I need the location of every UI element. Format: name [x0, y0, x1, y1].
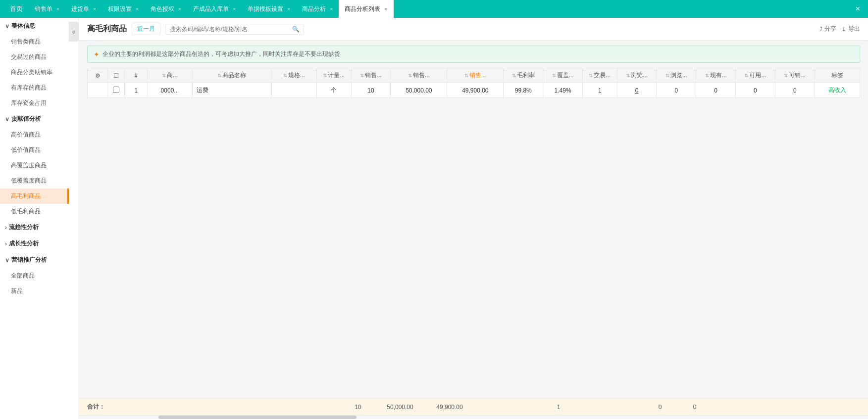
export-icon: ⤓	[841, 26, 846, 33]
nav-template[interactable]: 单据模板设置 ×	[242, 0, 296, 18]
sidebar-item-all-goods[interactable]: 全部商品	[0, 268, 69, 283]
th-gai[interactable]: ⇅覆盖...	[543, 68, 583, 83]
footer-jiao: 1	[544, 404, 573, 411]
cell-check[interactable]	[108, 83, 125, 98]
cell-name: 运费	[193, 83, 272, 98]
cell-lan1[interactable]: 0	[617, 83, 657, 98]
footer-label: 合计：	[87, 403, 105, 411]
sidebar-item-low-value[interactable]: 低价值商品	[0, 142, 69, 158]
sidebar-item-category-assist[interactable]: 商品分类助销率	[0, 65, 69, 80]
nav-close-analysis-list[interactable]: ×	[384, 6, 387, 12]
sidebar-item-new-goods[interactable]: 新品	[0, 283, 69, 299]
nav-close-permissions[interactable]: ×	[136, 6, 139, 12]
th-kx[interactable]: ⇅可销...	[775, 68, 815, 83]
nav-roles[interactable]: 角色授权 ×	[145, 0, 187, 18]
cell-code: 0000...	[147, 83, 192, 98]
sidebar-item-high-margin[interactable]: 高毛利商品	[0, 188, 69, 204]
main-layout: ∨ 整体信息 销售类商品 交易过的商品 商品分类助销率 有库存的商品 库存资金占…	[0, 18, 868, 419]
nav-home[interactable]: 首页	[4, 0, 29, 18]
nav-analysis[interactable]: 商品分析 ×	[296, 0, 339, 18]
sidebar-item-sales-goods[interactable]: 销售类商品	[0, 34, 69, 49]
close-all-button[interactable]: ×	[852, 4, 864, 13]
info-icon: ✦	[94, 50, 100, 58]
th-sale2[interactable]: ⇅销售...	[391, 68, 447, 83]
th-unit[interactable]: ⇅计量...	[316, 68, 351, 83]
nav-inbound[interactable]: 产成品入库单 ×	[187, 0, 242, 18]
th-check[interactable]: ☐	[108, 68, 125, 83]
nav-purchase[interactable]: 进货单 ×	[65, 0, 102, 18]
th-tag[interactable]: 标签	[815, 68, 860, 83]
table-header-row: ⚙ ☐ # ⇅商... ⇅商品名称 ⇅规格... ⇅计量... ⇅销售... ⇅…	[88, 68, 860, 83]
th-num: #	[125, 68, 148, 83]
nav-close-purchase[interactable]: ×	[93, 6, 96, 12]
cell-unit: 个	[316, 83, 351, 98]
data-table: ⚙ ☐ # ⇅商... ⇅商品名称 ⇅规格... ⇅计量... ⇅销售... ⇅…	[87, 68, 860, 98]
sidebar-item-low-margin[interactable]: 低毛利商品	[0, 204, 69, 219]
th-jiao[interactable]: ⇅交易...	[583, 68, 617, 83]
sidebar-group-marketing[interactable]: ∨ 营销推广分析	[0, 252, 69, 268]
cell-gai: 1.49%	[543, 83, 583, 98]
th-sale1[interactable]: ⇅销售...	[351, 68, 391, 83]
th-name[interactable]: ⇅商品名称	[193, 68, 272, 83]
th-mao[interactable]: ⇅毛利率	[504, 68, 543, 83]
cell-mao: 99.8%	[504, 83, 543, 98]
cell-spec	[271, 83, 316, 98]
sidebar-item-high-coverage[interactable]: 高覆盖度商品	[0, 158, 69, 173]
footer-sale3: 49,900.00	[425, 404, 474, 411]
th-ky[interactable]: ⇅可用...	[736, 68, 775, 83]
sidebar-group-trend[interactable]: › 流趋性分析	[0, 219, 69, 235]
nav-sales[interactable]: 销售单 ×	[29, 0, 65, 18]
sidebar-item-traded-goods[interactable]: 交易过的商品	[0, 49, 69, 65]
sidebar-item-stock-capital[interactable]: 库存资金占用	[0, 95, 69, 111]
bottom-scrollbar[interactable]	[79, 415, 868, 419]
cell-sale2: 50,000.00	[391, 83, 447, 98]
share-button[interactable]: ⤴ 分享	[819, 25, 836, 33]
search-box: 🔍	[165, 24, 304, 35]
footer-sale2: 50,000.00	[375, 404, 425, 411]
cell-kx: 0	[775, 83, 815, 98]
sidebar-item-stock-goods[interactable]: 有库存的商品	[0, 80, 69, 95]
sidebar-item-high-value[interactable]: 高价值商品	[0, 127, 69, 142]
sidebar-group-growth[interactable]: › 成长性分析	[0, 235, 69, 252]
search-icon[interactable]: 🔍	[292, 26, 300, 33]
nav-close-roles[interactable]: ×	[178, 6, 181, 12]
page-title: 高毛利商品	[87, 24, 127, 34]
th-lan2[interactable]: ⇅浏览...	[657, 68, 696, 83]
nav-close-analysis[interactable]: ×	[330, 6, 333, 12]
th-settings[interactable]: ⚙	[88, 68, 108, 83]
th-spec[interactable]: ⇅规格...	[271, 68, 316, 83]
sidebar-group-contribution[interactable]: ∨ 贡献值分析	[0, 111, 69, 127]
top-nav: 首页 销售单 × 进货单 × 权限设置 × 角色授权 × 产成品入库单 × 单据…	[0, 0, 868, 18]
date-filter-button[interactable]: 近一月	[132, 23, 160, 35]
footer-sale1: 10	[341, 404, 375, 411]
sidebar: ∨ 整体信息 销售类商品 交易过的商品 商品分类助销率 有库存的商品 库存资金占…	[0, 18, 79, 419]
th-code[interactable]: ⇅商...	[147, 68, 192, 83]
nav-permissions[interactable]: 权限设置 ×	[102, 0, 145, 18]
th-sale3[interactable]: ⇅销售...	[447, 68, 504, 83]
footer-xian: 0	[643, 404, 677, 411]
search-input[interactable]	[170, 26, 292, 33]
content-area: 高毛利商品 近一月 🔍 ⤴ 分享 ⤓ 导出 ✦ 企业的主要的利润都是这部分商品创…	[79, 18, 868, 419]
nav-close-inbound[interactable]: ×	[233, 6, 236, 12]
cell-ky: 0	[736, 83, 775, 98]
sidebar-group-overall[interactable]: ∨ 整体信息	[0, 18, 69, 34]
cell-xian: 0	[696, 83, 736, 98]
cell-sale1: 10	[351, 83, 391, 98]
nav-close-template[interactable]: ×	[287, 6, 290, 12]
nav-analysis-list[interactable]: 商品分析列表 ×	[339, 0, 393, 18]
cell-settings	[88, 83, 108, 98]
cell-jiao: 1	[583, 83, 617, 98]
share-icon: ⤴	[819, 26, 822, 33]
content-header: 高毛利商品 近一月 🔍 ⤴ 分享 ⤓ 导出	[79, 18, 868, 41]
sidebar-collapse-button[interactable]: «	[69, 22, 79, 42]
sidebar-item-low-coverage[interactable]: 低覆盖度商品	[0, 173, 69, 188]
export-button[interactable]: ⤓ 导出	[841, 25, 860, 33]
cell-lan2: 0	[657, 83, 696, 98]
nav-close-sales[interactable]: ×	[56, 6, 59, 12]
cell-num: 1	[125, 83, 148, 98]
cell-tag: 高收入	[815, 83, 860, 98]
th-lan1[interactable]: ⇅浏览...	[617, 68, 657, 83]
cell-sale3: 49,900.00	[447, 83, 504, 98]
th-xian[interactable]: ⇅现有...	[696, 68, 736, 83]
info-text: 企业的主要的利润都是这部分商品创造的，可考虑加大推广，同时关注库存是不要出现缺货	[102, 50, 340, 58]
